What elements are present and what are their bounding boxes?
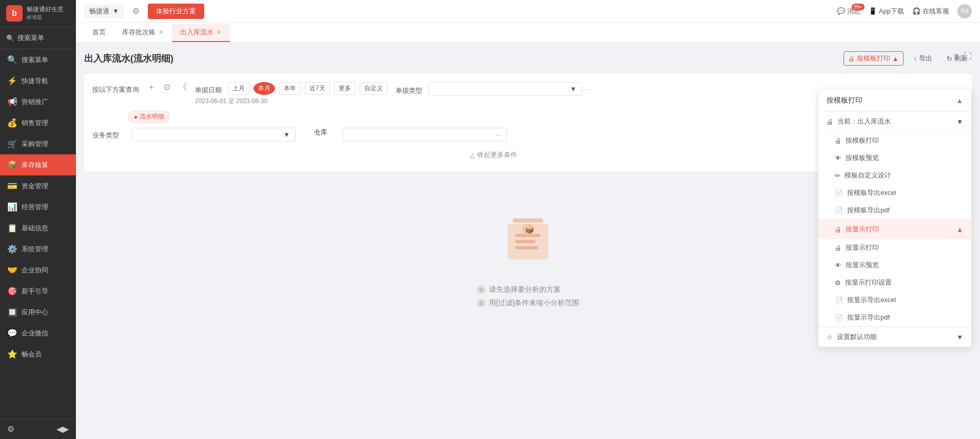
template-custom-item[interactable]: ✏ 模板自定义设计	[818, 167, 971, 184]
tab-flow[interactable]: 出入库流水✕	[172, 24, 230, 42]
display-print-section-icon: 🖨	[835, 226, 841, 233]
account-selector[interactable]: 畅捷通 ▼	[84, 5, 124, 18]
sidebar-item-guide[interactable]: 🎯 新手引导	[0, 281, 76, 302]
sidebar-item-sales[interactable]: 💰 销售管理	[0, 112, 76, 133]
display-print-icon: 🖨	[835, 244, 841, 252]
biz-type-select[interactable]: ▼	[131, 128, 296, 142]
sidebar-item-wechat[interactable]: 💬 企业微信	[0, 323, 76, 344]
current-label: 当前：出入库流水	[837, 117, 891, 126]
dropdown-collapse-btn[interactable]: ▲	[956, 96, 963, 105]
sidebar-icon-inventory: 📦	[7, 160, 17, 170]
topbar-settings-button[interactable]: ⚙	[130, 4, 142, 18]
export-button[interactable]: ↑ 导出	[910, 52, 937, 65]
topbar-right: 💬 消息 99+ 📱 App下载 🎧 在线客服 Rit	[837, 4, 972, 18]
filter-add-button[interactable]: ＋	[147, 82, 155, 93]
display-print-section-label: 按显示打印	[846, 225, 879, 234]
template-excel-item[interactable]: 📄 按模板导出excel	[818, 184, 971, 202]
tab-close-flow[interactable]: ✕	[217, 29, 222, 36]
close-panel-button[interactable]: ✕	[953, 51, 959, 61]
app-name: 畅捷通好生意	[27, 6, 64, 14]
tab-close-batch[interactable]: ✕	[159, 29, 164, 36]
user-avatar[interactable]: Rit	[957, 4, 972, 18]
svg-rect-4	[515, 246, 538, 249]
display-preview-item[interactable]: 👁 按显示预览	[818, 256, 971, 274]
template-preview-label: 按模板预览	[846, 153, 879, 163]
sidebar-label-finance: 资金管理	[22, 182, 48, 191]
template-custom-icon: ✏	[835, 172, 840, 179]
messages-button[interactable]: 💬 消息 99+	[837, 7, 860, 16]
sidebar-item-search[interactable]: 🔍 搜索菜单	[0, 49, 76, 70]
date-custom-btn[interactable]: 自定义	[360, 82, 387, 95]
print-template-label: 按模板打印	[857, 54, 890, 63]
sidebar-item-collab[interactable]: 🤝 企业协同	[0, 260, 76, 281]
warehouse-select[interactable]: ···	[343, 128, 507, 142]
logo-icon: b	[6, 5, 23, 22]
collapse-filter-button[interactable]: △ 收起更多条件	[470, 150, 517, 159]
date-this-month-btn[interactable]: 本月	[253, 82, 275, 95]
online-service-button[interactable]: 🎧 在线客服	[912, 7, 949, 16]
date-this-year-btn[interactable]: 本年	[279, 82, 301, 95]
type-select[interactable]: ▼	[428, 82, 582, 96]
tag-label: 流水明细	[140, 112, 164, 121]
warehouse-more-btn[interactable]: ···	[496, 131, 501, 138]
app-download-button[interactable]: 📱 App下载	[869, 7, 904, 16]
print-dropdown-panel: 按模板打印 ▲ 🖨 当前：出入库流水 ▼ 🖨	[818, 89, 972, 347]
maximize-panel-button[interactable]: ⛶	[964, 51, 972, 61]
display-pdf-item[interactable]: 📄 按显示导出pdf	[818, 309, 971, 326]
date-last-month-btn[interactable]: 上月	[228, 82, 249, 95]
sidebar-item-apps[interactable]: 🔲 应用中心	[0, 302, 76, 323]
app-download-icon: 📱	[869, 7, 877, 15]
sidebar-item-finance[interactable]: 💳 资金管理	[0, 175, 76, 196]
sidebar-label-apps: 应用中心	[22, 308, 48, 317]
search-menu-button[interactable]: 🔍 搜索菜单	[5, 31, 45, 45]
date-7days-btn[interactable]: 近7天	[305, 82, 330, 95]
sidebar-item-purchase[interactable]: 🛒 采购管理	[0, 133, 76, 154]
sidebar-icon-collab: 🤝	[7, 265, 17, 275]
date-range-display: 2023-06-01 至 2023-06-30	[195, 97, 387, 106]
sidebar-label-collab: 企业协同	[22, 266, 48, 275]
sidebar-icon-finance: 💳	[7, 181, 17, 191]
template-pdf-item[interactable]: 📄 按模板导出pdf	[818, 202, 971, 219]
online-service-label: 在线客服	[923, 7, 949, 16]
print-template-button[interactable]: 🖨 按模板打印 ▲	[844, 51, 904, 66]
display-print-header[interactable]: 🖨 按显示打印 ▲	[818, 220, 971, 239]
sidebar-item-system[interactable]: ⚙️ 系统管理	[0, 238, 76, 260]
template-custom-label: 模板自定义设计	[845, 171, 891, 180]
filter-collapse-left-button[interactable]: 《	[179, 82, 187, 93]
settings-bottom-button[interactable]: ⚙	[7, 424, 14, 434]
sidebar-item-operations[interactable]: 📊 经营管理	[0, 196, 76, 217]
template-preview-icon: 👁	[835, 154, 841, 162]
date-more-btn[interactable]: 更多	[334, 82, 356, 95]
sidebar-item-quicknav[interactable]: ⚡ 快捷导航	[0, 70, 76, 91]
template-print-item-icon: 🖨	[835, 137, 841, 145]
template-preview-item[interactable]: 👁 按模板预览	[818, 149, 971, 167]
trial-button[interactable]: 体验行业方案	[148, 4, 204, 19]
sidebar-item-inventory[interactable]: 📦 库存核算	[0, 154, 76, 175]
export-label: 导出	[919, 54, 932, 63]
collapse-sidebar-button[interactable]: ◀▶	[56, 424, 69, 434]
type-label: 单据类型	[396, 83, 426, 95]
set-default-chevron-icon: ▼	[956, 333, 963, 341]
filter-tag-item[interactable]: ● 流水明细	[128, 111, 170, 123]
display-settings-item[interactable]: ⚙ 按显示打印设置	[818, 274, 971, 291]
filter-settings-button[interactable]: ⊙	[164, 82, 170, 92]
sidebar-item-basic[interactable]: 📋 基础信息	[0, 217, 76, 238]
template-pdf-icon: 📄	[835, 207, 843, 214]
dropdown-current-header[interactable]: 🖨 当前：出入库流水 ▼	[818, 112, 971, 131]
sidebar-item-marketing[interactable]: 📢 营销推广	[0, 91, 76, 112]
sidebar-item-member[interactable]: ⭐ 畅会员	[0, 344, 76, 365]
tab-batch[interactable]: 库存批次账✕	[114, 24, 172, 42]
biz-type-dropdown-icon: ▼	[283, 131, 290, 138]
set-default-icon: ☆	[827, 333, 833, 341]
account-name: 畅捷通	[89, 7, 109, 16]
template-print-item[interactable]: 🖨 按模板打印	[818, 132, 971, 149]
empty-steps-list: ① 请先选择要分析的方案 ② 用[过滤]条件来缩小分析范围	[477, 285, 579, 312]
tab-home[interactable]: 首页	[84, 24, 114, 42]
display-excel-label: 按显示导出excel	[847, 295, 896, 305]
headset-icon: 🎧	[912, 7, 920, 15]
svg-rect-1	[513, 218, 543, 223]
display-print-item[interactable]: 🖨 按显示打印	[818, 239, 971, 256]
type-more-btn[interactable]: ···	[584, 85, 590, 93]
set-default-item[interactable]: ☆ 设置默认功能 ▼	[818, 327, 971, 347]
display-excel-item[interactable]: 📄 按显示导出excel	[818, 291, 971, 309]
